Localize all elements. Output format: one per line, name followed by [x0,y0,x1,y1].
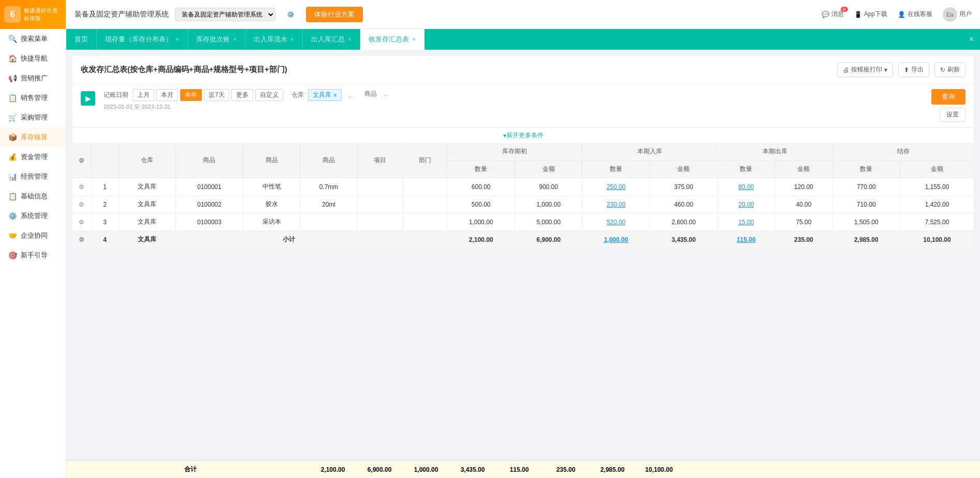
settings-gear-btn[interactable]: ⚙️ [282,8,300,21]
row-goods-spec-0: 0.7mm [300,178,357,196]
tab-batch-ledger[interactable]: 库存批次账 × [188,29,245,50]
system-title: 装备及固定资产辅助管理系统 [75,10,169,19]
sidebar-item-guide[interactable]: 🎯 新手引导 [0,245,66,265]
app-download-btn[interactable]: 📱 App下载 [854,10,887,19]
expand-more-row[interactable]: ▾ 展开更多条件 [72,127,974,143]
tab-close-all-btn[interactable]: × [963,29,980,50]
subtotal-closing-amt: 10,100.00 [900,231,974,249]
system-selector[interactable]: 装备及固定资产辅助管理系统 [175,8,275,21]
service-icon: 👤 [898,11,905,18]
row-settings-2[interactable]: ⚙ [72,213,91,231]
refresh-btn[interactable]: ↻ 刷新 [934,62,966,77]
row-out-amt-0: 120.00 [775,178,832,196]
row-in-amt-0: 375.00 [650,178,717,196]
row-out-qty-2[interactable]: 15.00 [718,213,775,231]
search-icon: 🔍 [8,35,17,43]
row-opening-amt-0: 900.00 [515,178,582,196]
sidebar-item-inventory[interactable]: 📦 库存核算 [0,127,66,147]
warehouse-tag-close[interactable]: × [333,92,337,99]
goods-more-btn[interactable]: ... [381,89,392,98]
filter-toggle-btn[interactable]: ▶ [81,91,95,106]
user-btn[interactable]: Ea 用户 [943,7,972,22]
date-curr-year-btn[interactable]: 本年 [180,89,202,101]
sidebar-item-marketing[interactable]: 📢 营销推广 [0,68,66,88]
tab-home[interactable]: 首页 [66,29,97,50]
sidebar-item-search[interactable]: 🔍 搜索菜单 [0,29,66,49]
bell-icon: 💬 [822,11,829,18]
header-right: 💬 消息 6 📱 App下载 👤 在线客服 Ea 用户 [822,7,972,22]
query-btn[interactable]: 查询 [931,89,966,105]
sidebar-item-enterprise[interactable]: 🤝 企业协同 [0,226,66,245]
subtotal-num: 4 [91,231,119,249]
date-custom-btn[interactable]: 自定义 [255,89,283,101]
logo-icon: 6 [4,6,21,23]
subtotal-out-qty[interactable]: 115.00 [718,231,775,249]
chevron-down-icon: ▾ [884,66,887,74]
purchase-icon: 🛒 [8,113,17,122]
col-project-header: 项目 [358,143,403,178]
total-label: 合计 [71,465,310,474]
warehouse-more-btn[interactable]: ... [345,91,356,100]
filter-settings-btn[interactable]: 设置 [940,108,966,122]
tab-close-stock-summary[interactable]: × [412,36,416,43]
bottom-total-bar: 合计 2,100.00 6,900.00 1,000.00 3,435.00 1… [66,460,980,478]
row-dept-0 [402,178,447,196]
sidebar-item-finance[interactable]: 💰 资金管理 [0,147,66,167]
tab-close-batch-ledger[interactable]: × [233,36,237,43]
row-in-qty-2[interactable]: 520.00 [582,213,650,231]
print-template-btn[interactable]: 🖨 按模板打印 ▾ [837,62,893,77]
tab-close-in-out-flow[interactable]: × [290,36,294,43]
tab-stock-summary[interactable]: 收发存汇总表 × [360,29,425,50]
col-settings[interactable]: ⚙ [72,143,91,178]
basic-info-icon: 📋 [8,192,17,200]
row-dept-2 [402,213,447,231]
row-closing-qty-0: 770.00 [832,178,900,196]
date-curr-month-btn[interactable]: 本月 [156,89,178,101]
row-closing-amt-0: 1,155.00 [900,178,974,196]
tab-in-out-flow[interactable]: 出入库流水 × [245,29,303,50]
export-icon: ⬆ [904,66,909,74]
subtotal-settings[interactable]: ⚙ [72,231,91,249]
col-in-header: 本期入库 [582,143,718,161]
row-closing-qty-2: 1,505.00 [832,213,900,231]
sidebar-item-purchase[interactable]: 🛒 采购管理 [0,108,66,127]
warehouse-tag[interactable]: 文具库 × [308,89,342,101]
online-service-btn[interactable]: 👤 在线客服 [898,10,932,19]
sidebar-item-basic-info[interactable]: 📋 基础信息 [0,186,66,206]
tab-close-inventory-dist[interactable]: × [175,36,179,43]
col-opening-header: 库存期初 [447,143,582,161]
tab-in-out-summary[interactable]: 出入库汇总 × [303,29,360,50]
table-row: ⚙ 3 文具库 0100003 采访本 1,000.00 5,000.00 52… [72,213,974,231]
total-in-amt: 3,435.00 [449,466,496,473]
row-warehouse-1: 文具库 [119,196,175,213]
row-out-qty-0[interactable]: 80.00 [718,178,775,196]
top-header: 装备及固定资产辅助管理系统 装备及固定资产辅助管理系统 ⚙️ 体验行业方案 💬 … [66,0,980,29]
date-more-btn[interactable]: 更多 [231,89,253,101]
guide-icon: 🎯 [8,251,17,259]
sidebar-item-sales[interactable]: 📋 销售管理 [0,88,66,108]
export-btn[interactable]: ⬆ 导出 [898,62,929,77]
tab-close-in-out-summary[interactable]: × [348,36,352,43]
subtotal-in-qty[interactable]: 1,000.00 [582,231,650,249]
col-out-qty: 数量 [718,161,775,178]
notification-btn[interactable]: 💬 消息 6 [822,10,844,19]
warehouse-input-group: 文具库 × ... [308,89,356,101]
row-in-qty-0[interactable]: 250.00 [582,178,650,196]
row-opening-amt-2: 5,000.00 [515,213,582,231]
col-out-header: 本期出库 [718,143,832,161]
sidebar-item-operation[interactable]: 📊 经营管理 [0,167,66,186]
sidebar-item-system[interactable]: ⚙️ 系统管理 [0,206,66,226]
date-prev-month-btn[interactable]: 上月 [133,89,154,101]
tab-inventory-dist[interactable]: 现存量（库存分布表） × [97,29,188,50]
row-goods-code-1: 0100002 [175,196,243,213]
avatar: Ea [943,7,957,22]
row-settings-1[interactable]: ⚙ [72,196,91,213]
sidebar-item-quick-nav[interactable]: 🏠 快捷导航 [0,49,66,68]
row-settings-0[interactable]: ⚙ [72,178,91,196]
row-out-qty-1[interactable]: 20.00 [718,196,775,213]
enterprise-icon: 🤝 [8,231,17,240]
date-recent7-btn[interactable]: 近7天 [204,89,229,101]
try-button[interactable]: 体验行业方案 [306,7,363,22]
row-in-qty-1[interactable]: 230.00 [582,196,650,213]
inventory-icon: 📦 [8,133,17,141]
